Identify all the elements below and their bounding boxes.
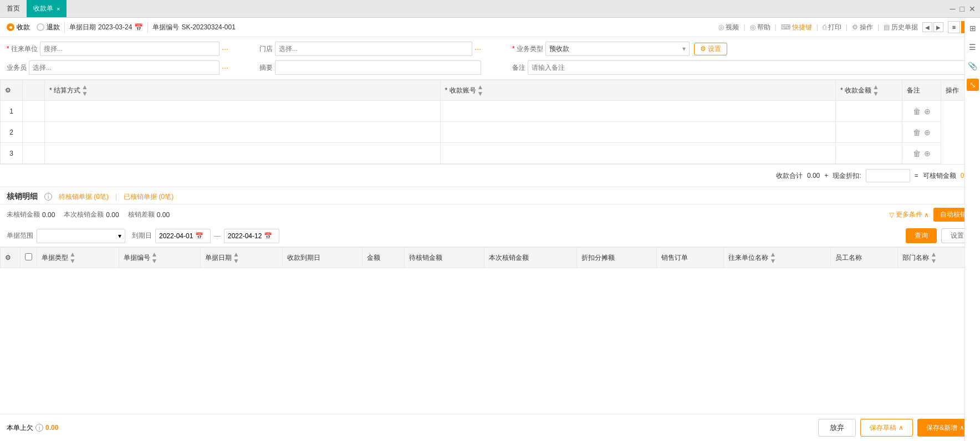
- history-label: 历史单据: [891, 23, 918, 32]
- maximize-icon[interactable]: □: [960, 4, 964, 13]
- verify-header: 核销明细 i 待核销单据 (0笔) | 已核销单据 (0笔): [0, 187, 980, 204]
- sidebar-attach-icon[interactable]: 📎: [967, 60, 979, 72]
- row-1-actions: 🗑 ⊕: [902, 101, 941, 122]
- sort-amount-icon[interactable]: ▲▼: [872, 84, 879, 97]
- toolbar: 收款 退款 单据日期 2023-03-24 📅 单据编号 SK-20230324…: [0, 18, 980, 37]
- query-btn[interactable]: 查询: [906, 228, 937, 243]
- row-2-note[interactable]: [836, 122, 902, 143]
- sort-partner-icon[interactable]: ▲▼: [769, 251, 776, 264]
- sidebar-expand-icon[interactable]: ⤡: [967, 79, 979, 91]
- col-amount-header: * 收款金额 ▲▼: [836, 80, 902, 101]
- row-2-settle[interactable]: [23, 122, 45, 143]
- partner-more-icon[interactable]: ···: [222, 44, 228, 53]
- operate-btn[interactable]: ⚙ 操作: [852, 23, 873, 32]
- row-1-account[interactable]: [45, 101, 441, 122]
- delete-row-2-icon[interactable]: 🗑: [913, 128, 921, 137]
- history-btn[interactable]: ▤ 历史单据: [884, 23, 918, 32]
- copy-row-2-icon[interactable]: ⊕: [924, 128, 931, 137]
- table-row: 3 🗑 ⊕: [1, 143, 980, 164]
- minimize-icon[interactable]: ─: [950, 4, 956, 13]
- copy-row-3-icon[interactable]: ⊕: [924, 149, 931, 158]
- abandon-btn[interactable]: 放弃: [818, 419, 856, 437]
- chevron-up-icon: ∧: [924, 211, 929, 219]
- sidebar-list-icon[interactable]: ☰: [967, 41, 979, 53]
- row-3-settle[interactable]: [23, 143, 45, 164]
- row-3-actions: 🗑 ⊕: [902, 143, 941, 164]
- row-1-note[interactable]: [836, 101, 902, 122]
- range-label: 单据范围: [7, 231, 33, 240]
- row-3-account[interactable]: [45, 143, 441, 164]
- print-btn[interactable]: ⎙ 打印: [823, 23, 841, 32]
- row-1-amount[interactable]: [440, 101, 836, 122]
- date-label: 单据日期: [69, 23, 96, 32]
- discount-input[interactable]: [866, 169, 910, 182]
- range-select[interactable]: ▾: [37, 229, 125, 243]
- sort-dept-icon[interactable]: ▲▼: [930, 251, 937, 264]
- nav-prev[interactable]: ◀: [922, 22, 932, 32]
- help-label: 帮助: [757, 23, 770, 32]
- sort-account-icon[interactable]: ▲▼: [477, 84, 484, 97]
- store-input[interactable]: [275, 42, 472, 56]
- date-to-input[interactable]: 2022-04-12 📅: [224, 229, 279, 243]
- sort-doc-type-icon[interactable]: ▲▼: [69, 251, 76, 264]
- help-btn[interactable]: ◎ 帮助: [750, 23, 770, 32]
- row-3-note[interactable]: [836, 143, 902, 164]
- save-new-label: 保存&新增: [926, 423, 957, 433]
- bt-col-checkbox[interactable]: [21, 248, 37, 268]
- select-all-checkbox[interactable]: [25, 253, 32, 260]
- receipt-refund-toggle: 收款 退款: [7, 23, 60, 32]
- summary-input[interactable]: [275, 60, 481, 75]
- radio-receipt[interactable]: 收款: [7, 23, 30, 32]
- done-tab[interactable]: 已核销单据 (0笔): [124, 192, 173, 202]
- col-settings-header[interactable]: ⚙: [1, 80, 23, 101]
- sort-doc-no-icon[interactable]: ▲▼: [151, 251, 158, 264]
- date-field: 单据日期 2023-03-24 📅: [69, 23, 143, 32]
- done-tab-label: 已核销单据: [124, 193, 157, 201]
- delete-row-1-icon[interactable]: 🗑: [913, 107, 921, 116]
- bt-col-doc-type: 单据类型▲▼: [37, 248, 119, 268]
- tab-receipt[interactable]: 收款单 ×: [27, 0, 67, 17]
- sort-doc-date-icon[interactable]: ▲▼: [233, 251, 239, 264]
- nav-next[interactable]: ▶: [933, 22, 943, 32]
- verify-stats: 未核销金额 0.00 本次核销金额 0.00 核销差额 0.00 ▽ 更多条件 …: [0, 204, 980, 225]
- verify-info-icon[interactable]: i: [44, 193, 52, 201]
- main-content: 收款 退款 单据日期 2023-03-24 📅 单据编号 SK-20230324…: [0, 18, 980, 441]
- employee-more-icon[interactable]: ···: [222, 63, 228, 72]
- calendar-icon[interactable]: 📅: [134, 23, 143, 32]
- sidebar-table-icon[interactable]: ⊞: [967, 22, 979, 34]
- radio-refund-label: 退款: [47, 23, 60, 32]
- radio-refund[interactable]: 退款: [37, 23, 60, 32]
- pending-count: 0笔: [96, 193, 106, 201]
- shortcut-btn[interactable]: ⌨ 快捷键: [781, 23, 812, 32]
- sort-settle-icon[interactable]: ▲▼: [81, 84, 88, 97]
- date-from-input[interactable]: 2022-04-01 📅: [155, 229, 211, 243]
- pending-tab[interactable]: 待核销单据 (0笔): [59, 192, 109, 202]
- close-icon[interactable]: ✕: [969, 4, 976, 13]
- copy-row-1-icon[interactable]: ⊕: [924, 107, 931, 116]
- row-2-account[interactable]: [45, 122, 441, 143]
- tab-home[interactable]: 首页: [0, 0, 27, 17]
- row-3-amount[interactable]: [440, 143, 836, 164]
- row-2-amount[interactable]: [440, 122, 836, 143]
- list-view-btn[interactable]: ≡: [948, 21, 960, 33]
- save-draft-btn[interactable]: 保存草稿 ∧: [860, 419, 913, 437]
- partner-input[interactable]: [40, 42, 220, 56]
- data-table-container: ⚙ * 结算方式 ▲▼ * 收款账号 ▲▼: [0, 80, 980, 165]
- delete-row-3-icon[interactable]: 🗑: [913, 149, 921, 158]
- employee-input[interactable]: [29, 60, 220, 75]
- filter-actions: 查询 设置: [906, 228, 973, 243]
- biz-type-select[interactable]: 预收款 ▾: [545, 42, 690, 56]
- note-input[interactable]: [528, 60, 973, 75]
- partner-label: 往来单位: [7, 44, 38, 54]
- info-icon2[interactable]: i: [35, 424, 43, 432]
- prev-value: 0.00: [45, 424, 58, 432]
- row-1-settle[interactable]: [23, 101, 45, 122]
- bottom-table: ⚙ 单据类型▲▼ 单据编号▲▼ 单据日期▲▼ 收款到期日 金额: [0, 247, 980, 268]
- store-more-icon[interactable]: ···: [474, 44, 481, 53]
- tab-close-icon[interactable]: ×: [57, 6, 60, 12]
- radio-receipt-label: 收款: [17, 23, 30, 32]
- setting-button[interactable]: ⚙ 设置: [694, 43, 727, 55]
- video-btn[interactable]: ◎ 视频: [718, 23, 739, 32]
- bt-col-settings[interactable]: ⚙: [1, 248, 21, 268]
- more-filter-btn[interactable]: ▽ 更多条件 ∧: [889, 210, 929, 219]
